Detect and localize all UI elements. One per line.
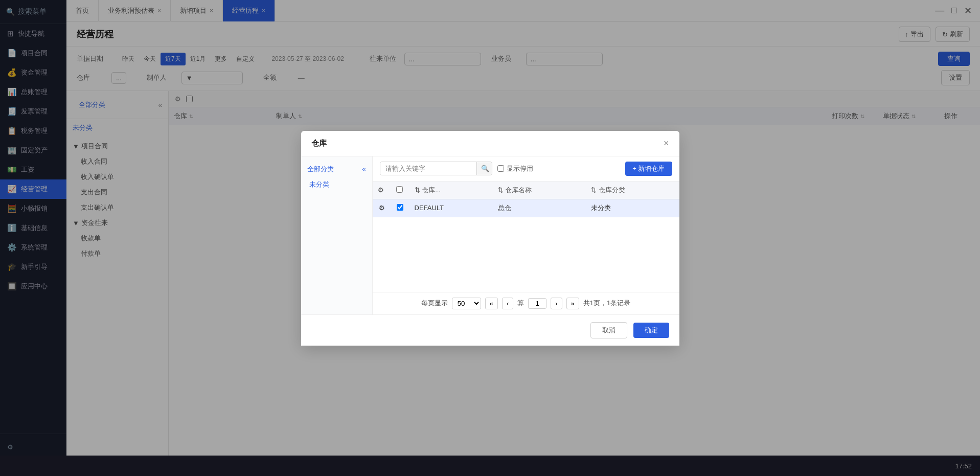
th-check — [391, 182, 409, 199]
th-code: ⇅ 仓库... — [409, 182, 493, 199]
modal-prev-page[interactable]: ‹ — [502, 298, 513, 309]
modal-next-page[interactable]: › — [551, 298, 562, 309]
row-name-0: 总仓 — [493, 199, 586, 217]
th-gear: ⚙ — [373, 182, 391, 199]
modal-first-page[interactable]: « — [485, 298, 498, 309]
search-input-wrap: 🔍 — [380, 162, 492, 175]
modal-body: 全部分类 « 未分类 🔍 显示停用 + 新增仓库 — [301, 156, 679, 314]
modal-total-label: 共1页，1条记录 — [583, 299, 630, 308]
row-gear-0[interactable]: ⚙ — [373, 199, 391, 217]
modal-title: 仓库 — [311, 139, 327, 148]
warehouse-search-input[interactable] — [380, 162, 476, 175]
th-category-sort-icon: ⇅ — [591, 186, 599, 194]
modal-right-panel: 🔍 显示停用 + 新增仓库 ⚙ — [373, 156, 679, 314]
show-disabled-wrap: 显示停用 — [497, 164, 533, 173]
modal-per-page-select[interactable]: 50 100 — [452, 298, 481, 309]
row-code-0: DEFAULT — [409, 199, 493, 217]
show-disabled-checkbox[interactable] — [497, 165, 504, 172]
row-category-0: 未分类 — [586, 199, 679, 217]
cancel-button[interactable]: 取消 — [590, 322, 627, 338]
search-icon-btn[interactable]: 🔍 — [476, 162, 492, 175]
th-code-sort-icon: ⇅ — [415, 186, 422, 194]
confirm-button[interactable]: 确定 — [633, 323, 669, 338]
modal-footer: 取消 确定 — [301, 314, 679, 346]
th-name-sort-icon: ⇅ — [498, 186, 506, 194]
modal-table-header: ⚙ ⇅ 仓库... ⇅ 仓库名称 — [373, 182, 679, 199]
show-disabled-label: 显示停用 — [507, 164, 533, 173]
add-warehouse-button[interactable]: + 新增仓库 — [625, 162, 672, 176]
modal-all-label[interactable]: 全部分类 — [307, 165, 334, 174]
modal-table-row-0[interactable]: ⚙ DEFAULT 总仓 未分类 — [373, 199, 679, 217]
modal-header: 仓库 × — [301, 131, 679, 156]
th-name: ⇅ 仓库名称 — [493, 182, 586, 199]
modal-left-header: 全部分类 « — [301, 162, 372, 177]
modal-pagination: 每页显示 50 100 « ‹ 算 › » 共1页，1条记录 — [373, 292, 679, 314]
modal-unclassified-item[interactable]: 未分类 — [301, 177, 372, 192]
warehouse-modal: 仓库 × 全部分类 « 未分类 🔍 显示停用 + 新增仓库 — [301, 131, 679, 346]
modal-collapse-icon[interactable]: « — [362, 165, 366, 173]
modal-table: ⚙ ⇅ 仓库... ⇅ 仓库名称 — [373, 182, 679, 292]
modal-left-panel: 全部分类 « 未分类 — [301, 156, 373, 314]
th-category: ⇅ 仓库分类 — [586, 182, 679, 199]
modal-close-icon[interactable]: × — [664, 138, 669, 149]
modal-select-all[interactable] — [396, 186, 403, 193]
modal-last-page[interactable]: » — [566, 298, 579, 309]
row-check-0[interactable] — [391, 199, 409, 217]
modal-page-input[interactable] — [528, 298, 546, 309]
modal-toolbar: 🔍 显示停用 + 新增仓库 — [373, 156, 679, 182]
